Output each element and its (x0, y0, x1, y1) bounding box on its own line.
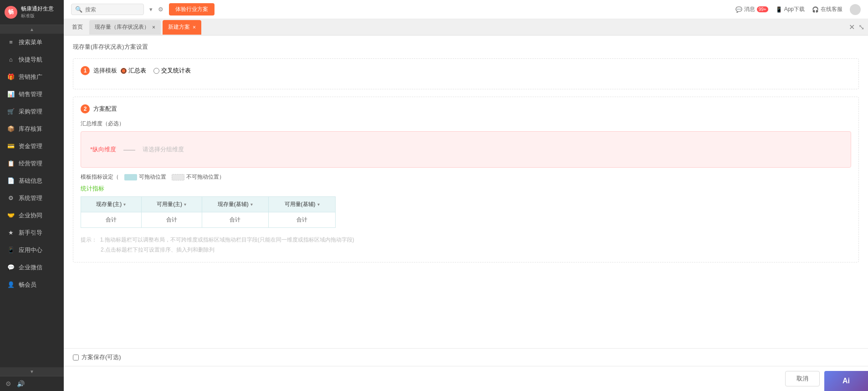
topbar-right: 💬 消息 99+ 📱 App下载 🎧 在线客服 (735, 4, 861, 15)
topbar-left: 🔍 ▾ ⚙ 体验行业方案 (71, 3, 214, 15)
sidebar-item-label: 系统管理 (19, 194, 42, 202)
message-badge: 99+ (757, 6, 768, 12)
stats-table: 现存量(主) ▾ 可用量(主) ▾ 现存量(基辅 (81, 196, 336, 228)
online-service-button[interactable]: 🎧 在线客服 (812, 5, 842, 13)
topbar: 🔍 ▾ ⚙ 体验行业方案 💬 消息 99+ 📱 App下载 🎧 在线客服 (64, 0, 868, 19)
handshake-icon: 🤝 (7, 211, 15, 220)
star-icon: ★ (7, 229, 15, 237)
sidebar-scroll-up[interactable]: ▲ (0, 25, 64, 34)
template-radio-group: 汇总表 交叉统计表 (121, 67, 191, 75)
cart-icon: 🛒 (7, 108, 15, 116)
sidebar-item-label: 基础信息 (19, 177, 42, 185)
sidebar-item-enterprise[interactable]: 🤝 企业协同 (0, 207, 64, 224)
sidebar-item-inventory[interactable]: 📦 库存核算 (0, 120, 64, 138)
sidebar-item-label: 资金管理 (19, 142, 42, 150)
ai-fab-label: Ai (842, 377, 850, 385)
settings-footer-icon[interactable]: ⚙ (5, 380, 11, 387)
footer-area: 方案保存(可选) (64, 348, 868, 366)
sidebar-item-label: 经营管理 (19, 159, 42, 168)
indicator-setting: 模板指标设定（ 可拖动位置 不可拖动位置） (81, 173, 851, 181)
sidebar-item-purchase[interactable]: 🛒 采购管理 (0, 103, 64, 120)
col-header-3[interactable]: 现存量(基辅) ▾ (202, 197, 269, 212)
tab-new-plan-close-icon[interactable]: × (193, 24, 196, 31)
sidebar-item-label: 采购管理 (19, 108, 42, 116)
trial-industry-button[interactable]: 体验行业方案 (169, 3, 214, 15)
chart-icon: 📊 (7, 90, 15, 98)
tab-home[interactable]: 首页 (67, 20, 87, 35)
speaker-icon[interactable]: 🔊 (17, 380, 25, 387)
sidebar-item-wechat[interactable]: 💬 企业微信 (0, 259, 64, 276)
sidebar-item-member[interactable]: 👤 畅会员 (0, 276, 64, 293)
sidebar-item-finance[interactable]: 💳 资金管理 (0, 138, 64, 155)
col-header-4[interactable]: 可用量(基辅) ▾ (269, 197, 336, 212)
avatar[interactable] (850, 4, 861, 15)
radio-cross[interactable]: 交叉统计表 (153, 67, 191, 75)
sidebar-item-marketing[interactable]: 🎁 营销推广 (0, 68, 64, 86)
search-input[interactable] (85, 6, 140, 13)
dim-required-text: *纵向维度 (90, 145, 116, 154)
col-2-chevron[interactable]: ▾ (184, 202, 186, 207)
draggable-color-swatch (124, 174, 137, 180)
app-name: 畅康通好生意 (21, 5, 54, 13)
col-1-label: 现存量(主) (96, 201, 122, 208)
radio-cross-label: 交叉统计表 (161, 67, 191, 75)
dim-area[interactable]: *纵向维度 —— 请选择分组维度 (81, 131, 851, 168)
sidebar-footer: ⚙ 🔊 (0, 376, 64, 391)
sidebar-item-search-menu[interactable]: ≡ 搜索菜单 (0, 34, 64, 51)
main-area: 🔍 ▾ ⚙ 体验行业方案 💬 消息 99+ 📱 App下载 🎧 在线客服 (64, 0, 868, 391)
tips-title: 提示： 1.拖动标题栏可以调整布局，不可跨维度或指标区域拖动栏目字段(只能在同一… (81, 235, 851, 245)
cell-1-3: 合计 (202, 212, 269, 228)
sidebar-scroll-down[interactable]: ▼ (0, 367, 64, 376)
content-area: 现存量(库存状况表)方案设置 1 选择模板 汇总表 交叉统计表 (64, 36, 868, 348)
col-1-chevron[interactable]: ▾ (123, 202, 126, 207)
col-header-1[interactable]: 现存量(主) ▾ (81, 197, 142, 212)
non-draggable-color-swatch (172, 174, 184, 180)
sidebar-item-sales[interactable]: 📊 销售管理 (0, 86, 64, 103)
dim-label: 汇总维度（必选） (81, 120, 851, 128)
bottom-actions: 取消 查询 (64, 366, 868, 391)
message-button[interactable]: 💬 消息 99+ (735, 5, 768, 13)
expand-tab-button[interactable]: ⤡ (858, 23, 864, 31)
tab-new-plan[interactable]: 新建方案 × (163, 20, 201, 35)
sidebar-item-app-center[interactable]: 📱 应用中心 (0, 242, 64, 259)
dropdown-icon[interactable]: ▾ (149, 6, 153, 13)
col-header-2[interactable]: 可用量(主) ▾ (141, 197, 202, 212)
cancel-button[interactable]: 取消 (785, 371, 820, 386)
tab-home-label: 首页 (72, 23, 83, 31)
col-4-chevron[interactable]: ▾ (317, 202, 320, 207)
save-checkbox-input[interactable] (73, 355, 79, 360)
radio-summary[interactable]: 汇总表 (121, 67, 146, 75)
app-download-button[interactable]: 📱 App下载 (776, 5, 805, 13)
sidebar-item-label: 搜索菜单 (19, 38, 42, 46)
col-3-chevron[interactable]: ▾ (250, 202, 253, 207)
section2-title: 方案配置 (93, 105, 117, 113)
section-template: 1 选择模板 汇总表 交叉统计表 (73, 58, 859, 89)
table-row: 合计 合计 合计 合计 (81, 212, 336, 228)
close-tab-button[interactable]: ✕ (849, 23, 855, 31)
dim-arrow: —— (123, 146, 135, 153)
tab-inventory-status[interactable]: 现存量（库存状况表） × (89, 20, 161, 35)
search-box[interactable]: 🔍 (71, 4, 144, 15)
sidebar-item-quick-nav[interactable]: ⌂ 快捷导航 (0, 51, 64, 68)
home-icon: ⌂ (7, 56, 15, 64)
sidebar: 畅 畅康通好生意 标准版 ▲ ≡ 搜索菜单 ⌂ 快捷导航 🎁 营销推广 📊 销售… (0, 0, 64, 391)
tab-inventory-close-icon[interactable]: × (152, 24, 155, 31)
sidebar-item-system[interactable]: ⚙ 系统管理 (0, 190, 64, 207)
tab-inventory-label: 现存量（库存状况表） (95, 23, 149, 31)
save-option-checkbox[interactable]: 方案保存(可选) (73, 353, 121, 361)
radio-cross-input[interactable] (153, 68, 159, 74)
sidebar-item-newbie[interactable]: ★ 新手引导 (0, 224, 64, 242)
sidebar-item-business[interactable]: 📋 经营管理 (0, 155, 64, 172)
dim-hint: 请选择分组维度 (143, 145, 184, 154)
online-service-label: 在线客服 (821, 5, 842, 13)
settings-icon[interactable]: ⚙ (158, 6, 163, 13)
ai-fab-button[interactable]: Ai (824, 371, 868, 391)
headset-icon: 🎧 (812, 6, 819, 13)
radio-summary-input[interactable] (121, 68, 127, 74)
chat-icon: 💬 (7, 263, 15, 272)
sidebar-item-label: 畅会员 (19, 281, 36, 289)
gear-icon: ⚙ (7, 194, 15, 202)
sidebar-item-basic-info[interactable]: 📄 基础信息 (0, 172, 64, 190)
section1-title: 选择模板 (93, 67, 117, 75)
indicator-setting-label: 模板指标设定（ (81, 173, 119, 181)
